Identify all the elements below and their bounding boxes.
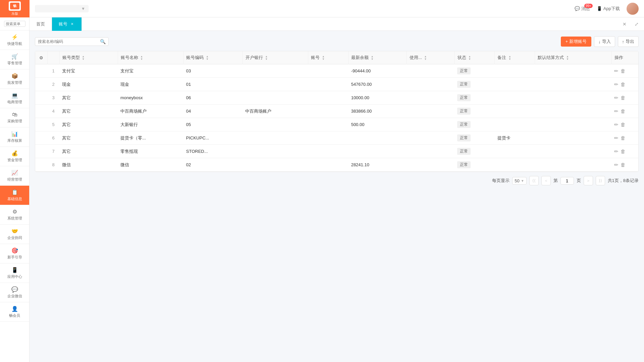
edit-button-5[interactable]: ✏	[614, 135, 619, 141]
export-button[interactable]: ↑ 导出	[618, 36, 639, 47]
table-th-balance[interactable]: 最新余额 ▲▼	[348, 51, 407, 64]
search-icon[interactable]: 🔍	[100, 39, 106, 44]
row-default-settle-2	[535, 91, 611, 105]
delete-button-2[interactable]: 🗑	[621, 95, 626, 101]
chevron-down-page-icon: ▼	[521, 179, 524, 183]
sidebar-item-member[interactable]: 👤畅会员	[0, 302, 29, 322]
row-bank-6	[243, 145, 308, 158]
download-icon: 📱	[597, 6, 602, 11]
table-row: 5 其它 大新银行 05 500.00 正常 ✏ 🗑	[35, 118, 638, 131]
page-size-select[interactable]: 50 ▼	[512, 177, 526, 185]
delete-button-6[interactable]: 🗑	[621, 148, 626, 154]
delete-button-0[interactable]: 🗑	[621, 68, 626, 74]
tab-close-icon[interactable]: ✕	[69, 21, 75, 27]
table-th-default-settle[interactable]: 默认结算方式 ▲▼	[535, 51, 611, 64]
row-type-5: 其它	[59, 131, 118, 145]
table-th-code[interactable]: 账号编码 ▲▼	[183, 51, 243, 64]
table-th-use[interactable]: 使用... ▲▼	[407, 51, 454, 64]
sidebar-item-wholesale[interactable]: 📦批发管理	[0, 69, 29, 89]
page-number-input[interactable]	[560, 177, 574, 185]
sidebar-item-retail[interactable]: 🛒零售管理	[0, 50, 29, 69]
account-search-box[interactable]: 🔍	[35, 37, 109, 46]
sidebar-item-basic[interactable]: 📋基础信息	[0, 186, 29, 205]
table-th-type[interactable]: 账号类型 ▲▼	[59, 51, 118, 64]
row-gear-5	[35, 131, 47, 145]
delete-button-4[interactable]: 🗑	[621, 122, 626, 127]
table-th-action: 操作	[611, 51, 638, 64]
delete-button-1[interactable]: 🗑	[621, 81, 626, 87]
row-num-3: 4	[47, 105, 59, 118]
sidebar-item-finance[interactable]: 💰资金管理	[0, 147, 29, 166]
table-th-settings[interactable]: ⚙	[35, 51, 47, 64]
table-th-status[interactable]: 状态 ▲▼	[454, 51, 495, 64]
last-page-button[interactable]: ⟩⟩	[596, 176, 605, 185]
sidebar-search-input[interactable]	[4, 21, 25, 27]
edit-button-4[interactable]: ✏	[614, 122, 619, 128]
row-remark-0	[495, 64, 535, 78]
row-use-1	[407, 78, 454, 91]
edit-button-3[interactable]: ✏	[614, 108, 619, 114]
sidebar-item-operations[interactable]: 📈经营管理	[0, 166, 29, 186]
message-button[interactable]: 💬 消息 99+	[575, 6, 590, 12]
sidebar-label-guide: 新手引导	[7, 255, 22, 260]
edit-button-6[interactable]: ✏	[614, 148, 619, 155]
row-remark-4	[495, 118, 535, 131]
row-code-6: STORED...	[183, 145, 243, 158]
edit-button-1[interactable]: ✏	[614, 81, 619, 87]
app-download-label: App下载	[603, 6, 620, 12]
row-default-settle-1	[535, 78, 611, 91]
delete-button-5[interactable]: 🗑	[621, 135, 626, 141]
tab-expand-button[interactable]: ⤢	[632, 19, 641, 29]
tab-close-window-button[interactable]: ✕	[620, 19, 629, 29]
sidebar-label-wholesale: 批发管理	[7, 80, 22, 85]
delete-button-7[interactable]: 🗑	[621, 162, 626, 168]
add-account-button[interactable]: + 新增账号	[561, 37, 591, 47]
edit-button-0[interactable]: ✏	[614, 68, 619, 74]
edit-button-2[interactable]: ✏	[614, 95, 619, 101]
sidebar-item-purchase[interactable]: 🛍采购管理	[0, 108, 29, 127]
row-type-3: 其它	[59, 105, 118, 118]
sidebar-item-inventory[interactable]: 📊库存核算	[0, 127, 29, 147]
edit-button-7[interactable]: ✏	[614, 162, 619, 168]
chevron-down-icon[interactable]: ▼	[81, 6, 85, 11]
first-page-button[interactable]: ⟨⟨	[529, 176, 539, 185]
row-gear-0	[35, 64, 47, 78]
row-code-7: 02	[183, 158, 243, 172]
account-search-input[interactable]	[38, 39, 100, 44]
tab-home[interactable]: 首页	[30, 17, 52, 31]
user-avatar[interactable]	[627, 3, 639, 15]
sidebar-item-wechat[interactable]: 💬企业微信	[0, 283, 29, 302]
row-num-7: 8	[47, 158, 59, 172]
top-search[interactable]: ▼	[35, 5, 89, 12]
row-name-3: 中百商场账户	[118, 105, 183, 118]
import-button[interactable]: ↓ 导入	[594, 36, 615, 47]
sidebar-item-apps[interactable]: 📱应用中心	[0, 263, 29, 283]
delete-button-3[interactable]: 🗑	[621, 108, 626, 114]
top-search-input[interactable]	[38, 6, 81, 11]
sidebar-item-enterprise[interactable]: 🤝企业协同	[0, 225, 29, 244]
prev-page-button[interactable]: ＜	[541, 176, 551, 185]
row-code-1: 01	[183, 78, 243, 91]
sidebar-item-search[interactable]	[0, 17, 29, 31]
tab-account[interactable]: 账号 ✕	[52, 17, 82, 31]
row-code-4: 05	[183, 118, 243, 131]
row-remark-1	[495, 78, 535, 91]
row-action-0: ✏ 🗑	[611, 64, 638, 78]
table-th-name[interactable]: 账号名称 ▲▼	[118, 51, 183, 64]
toolbar: 🔍 + 新增账号 ↓ 导入 ↑ 导出	[35, 36, 639, 47]
sidebar-item-guide[interactable]: 🎯新手引导	[0, 244, 29, 263]
app-download-button[interactable]: 📱 App下载	[597, 6, 620, 12]
table-th-remark[interactable]: 备注 ▲▼	[495, 51, 535, 64]
sidebar-item-shortcuts[interactable]: ⚡快捷导航	[0, 31, 29, 50]
sidebar-item-ecommerce[interactable]: 💻电商管理	[0, 89, 29, 108]
wholesale-icon: 📦	[11, 73, 18, 79]
table-th-account[interactable]: 账号 ▲▼	[308, 51, 348, 64]
retail-icon: 🛒	[11, 53, 18, 60]
account-table: ⚙ 账号类型 ▲▼ 账号名称 ▲▼ 账号编码 ▲▼ 开户银行 ▲▼ 账号 ▲▼ …	[35, 51, 638, 172]
app-logo: 畅 乐版	[0, 0, 30, 17]
table-th-bank[interactable]: 开户银行 ▲▼	[243, 51, 308, 64]
inventory-icon: 📊	[11, 131, 18, 137]
row-num-4: 5	[47, 118, 59, 131]
sidebar-item-system[interactable]: ⚙系统管理	[0, 205, 29, 225]
next-page-button[interactable]: ＞	[584, 176, 593, 185]
